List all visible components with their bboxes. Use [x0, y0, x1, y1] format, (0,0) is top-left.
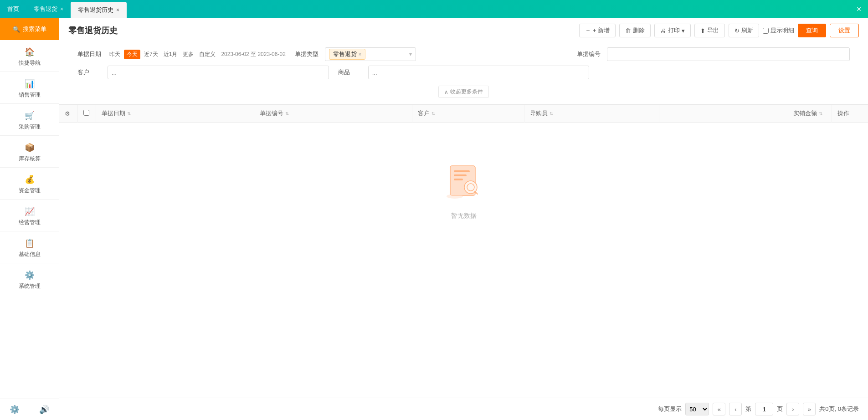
audio-icon[interactable]: 🔊 [39, 405, 49, 415]
customer-filter: 客户 [77, 66, 329, 79]
th-customer[interactable]: 客户 ⇅ [412, 105, 524, 123]
date-range-text: 2023-06-02 至 2023-06-02 [221, 51, 285, 58]
th-guide[interactable]: 导购员 ⇅ [524, 105, 659, 123]
voucher-input[interactable] [607, 47, 850, 61]
page-label: 页 [777, 405, 783, 413]
filter-row-1: 单据日期 昨天 今天 近7天 近1月 更多 自定义 2023-06-02 至 2… [77, 47, 850, 61]
th-settings[interactable]: ⚙ [59, 105, 77, 123]
display-detail[interactable]: 显示明细 [763, 26, 794, 35]
th-checkbox[interactable] [77, 105, 96, 123]
table-header-row: ⚙ 单据日期 ⇅ 单据编号 [59, 105, 868, 123]
th-voucher-no[interactable]: 单据编号 ⇅ [254, 105, 412, 123]
empty-state: 暂无数据 [59, 123, 868, 256]
display-detail-checkbox[interactable] [763, 28, 769, 34]
sidebar-item-operation[interactable]: 📈 经营管理 [0, 200, 59, 231]
goods-filter-label: 商品 [338, 68, 365, 77]
sidebar-item-inventory[interactable]: 📦 库存核算 [0, 136, 59, 168]
date-filter-label: 单据日期 [77, 50, 105, 58]
page-title: 零售退货历史 [68, 25, 118, 36]
home-icon: 🏠 [24, 46, 35, 57]
svg-point-7 [447, 194, 463, 199]
svg-rect-1 [454, 170, 470, 172]
doc-icon: 📋 [24, 238, 35, 249]
sidebar-label-quick-nav: 快捷导航 [19, 59, 41, 67]
last-page-button[interactable]: » [803, 403, 816, 415]
tab-retail-return-history-close[interactable]: × [116, 7, 119, 13]
top-bar: 首页 零售退货 × 零售退货历史 × × [0, 0, 868, 18]
svg-rect-2 [454, 174, 467, 176]
export-button[interactable]: ⬆ 导出 [694, 24, 725, 37]
refresh-button[interactable]: ↻ 刷新 [729, 24, 759, 37]
sidebar-item-system[interactable]: ⚙️ 系统管理 [0, 263, 59, 295]
sidebar-label-inventory: 库存核算 [19, 155, 41, 163]
date-filter: 单据日期 昨天 今天 近7天 近1月 更多 自定义 2023-06-02 至 2… [77, 50, 286, 59]
th-amount[interactable]: 实销金额 ⇅ [659, 105, 832, 123]
column-settings-icon[interactable]: ⚙ [65, 110, 70, 117]
date-btn-yesterday[interactable]: 昨天 [108, 50, 122, 59]
tab-bar: 首页 零售退货 × 零售退货历史 × [0, 0, 850, 18]
amount-sort-icon: ⇅ [819, 111, 822, 116]
date-btn-custom[interactable]: 自定义 [197, 50, 217, 59]
new-button[interactable]: ＋ + 新增 [579, 24, 616, 37]
next-page-button[interactable]: › [786, 403, 799, 415]
sidebar-item-sales[interactable]: 📊 销售管理 [0, 72, 59, 104]
delete-button[interactable]: 🗑 删除 [619, 24, 651, 37]
tab-retail-return-close[interactable]: × [60, 6, 63, 12]
type-tag: 零售退货 × [329, 49, 365, 60]
print-button[interactable]: 🖨 打印 ▾ [654, 24, 691, 37]
tab-home[interactable]: 首页 [0, 0, 26, 18]
sidebar-item-quick-nav[interactable]: 🏠 快捷导航 [0, 40, 59, 72]
date-btn-7days[interactable]: 近7天 [142, 50, 160, 59]
type-select[interactable]: 零售退货 × ▾ [325, 47, 416, 61]
page-size-select[interactable]: 50 20 100 [685, 403, 709, 415]
th-actions: 操作 [832, 105, 868, 123]
settings-bottom-icon[interactable]: ⚙️ [10, 405, 20, 415]
sidebar-label-finance: 资金管理 [19, 187, 41, 195]
toolbar: ＋ + 新增 🗑 删除 🖨 打印 ▾ ⬆ 导出 [579, 24, 859, 37]
guide-sort-icon: ⇅ [550, 111, 553, 116]
sidebar-item-purchase[interactable]: 🛒 采购管理 [0, 104, 59, 136]
window-close-button[interactable]: × [850, 0, 868, 18]
sidebar-label-sales: 销售管理 [19, 91, 41, 99]
date-btn-today[interactable]: 今天 [124, 50, 140, 59]
sidebar-label-basic-info: 基础信息 [19, 251, 41, 258]
setting-button[interactable]: 设置 [830, 24, 859, 37]
sidebar-item-finance[interactable]: 💰 资金管理 [0, 168, 59, 200]
empty-text: 暂无数据 [451, 212, 477, 220]
table-container: ⚙ 单据日期 ⇅ 单据编号 [59, 105, 868, 398]
type-tag-remove[interactable]: × [359, 51, 361, 57]
money-icon: 💰 [24, 174, 35, 185]
date-btn-1month[interactable]: 近1月 [162, 50, 180, 59]
filter-area: 单据日期 昨天 今天 近7天 近1月 更多 自定义 2023-06-02 至 2… [68, 43, 859, 104]
stats-icon: 📈 [24, 206, 35, 217]
tab-retail-return-history[interactable]: 零售退货历史 × [71, 2, 127, 18]
first-page-icon: « [718, 406, 721, 413]
page-number-input[interactable] [755, 403, 773, 415]
last-page-icon: » [808, 406, 811, 413]
customer-input[interactable] [108, 66, 329, 79]
voucher-sort-icon: ⇅ [285, 111, 289, 116]
sidebar-bottom: ⚙️ 🔊 [0, 399, 59, 420]
collapse-button[interactable]: ∧ 收起更多条件 [438, 86, 489, 98]
date-btn-more[interactable]: 更多 [181, 50, 195, 59]
page-header: 零售退货历史 ＋ + 新增 🗑 删除 🖨 打印 ▾ [59, 18, 868, 105]
first-page-button[interactable]: « [713, 403, 725, 415]
type-select-chevron-icon: ▾ [409, 51, 412, 57]
prev-page-icon: ‹ [734, 406, 736, 413]
sidebar-label-operation: 经营管理 [19, 219, 41, 226]
goods-input[interactable] [368, 66, 590, 79]
sidebar-item-basic-info[interactable]: 📋 基础信息 [0, 231, 59, 263]
export-icon: ⬆ [700, 27, 705, 34]
tab-retail-return[interactable]: 零售退货 × [26, 0, 71, 18]
filter-row-2: 客户 商品 [77, 66, 850, 79]
delete-icon: 🗑 [625, 27, 631, 34]
sidebar-search[interactable]: 🔍 搜索菜单 [0, 18, 59, 40]
prev-page-button[interactable]: ‹ [729, 403, 742, 415]
query-button[interactable]: 查询 [798, 24, 826, 37]
date-options: 昨天 今天 近7天 近1月 更多 自定义 2023-06-02 至 2023-0… [108, 50, 286, 59]
next-page-icon: › [792, 406, 794, 413]
select-all-checkbox[interactable] [83, 110, 89, 116]
customer-filter-label: 客户 [77, 68, 105, 77]
th-date[interactable]: 单据日期 ⇅ [96, 105, 254, 123]
date-sort-icon: ⇅ [127, 111, 131, 116]
